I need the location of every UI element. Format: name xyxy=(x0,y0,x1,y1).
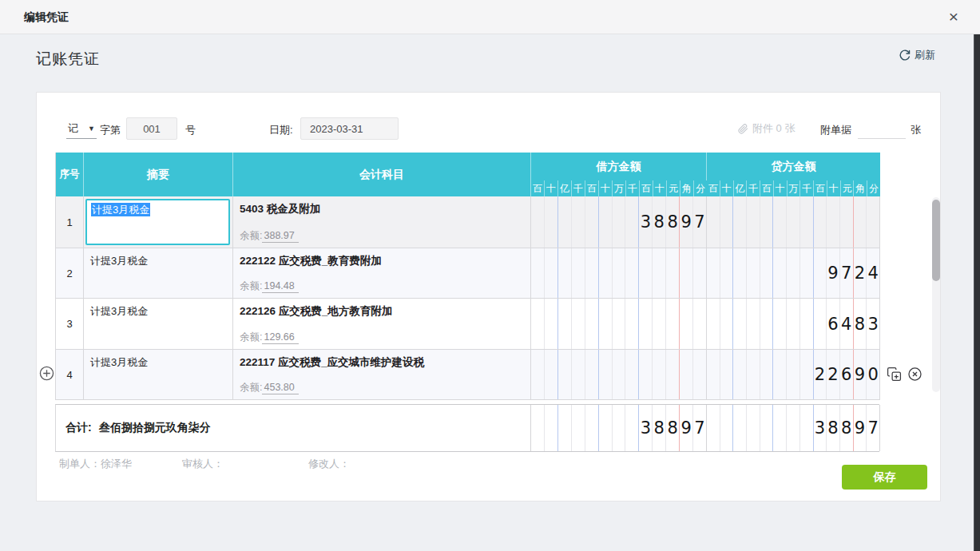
close-icon[interactable]: × xyxy=(943,6,964,27)
account-header: 会计科目 xyxy=(233,153,531,196)
chevron-down-icon: ▼ xyxy=(88,125,95,133)
debit-amount xyxy=(531,350,706,399)
table-row[interactable]: 2 计提3月税金 222122 应交税费_教育费附加 余额:194.48 972… xyxy=(56,248,880,299)
summary-edit-input[interactable]: 计提3月税金 xyxy=(85,199,230,245)
table-header: 序号 摘要 会计科目 借方金额 贷方金额 百十亿千百十万千百十元角分 百十亿千百… xyxy=(56,153,880,196)
date-input[interactable] xyxy=(300,117,399,140)
account-cell[interactable]: 222126 应交税费_地方教育附加 余额:129.66 xyxy=(233,299,531,349)
balance: 余额:388.97 xyxy=(240,229,299,243)
debit-cell[interactable] xyxy=(531,248,707,298)
table-scrollbar-thumb[interactable] xyxy=(932,200,940,281)
zhang-label: 张 xyxy=(911,123,921,137)
refresh-icon xyxy=(899,50,911,61)
total-credit-cell: 38897 xyxy=(707,405,880,451)
summary-cell[interactable]: 计提3月税金 xyxy=(84,196,233,248)
debit-cell[interactable] xyxy=(531,350,707,399)
zidi-label: 字第 xyxy=(100,123,121,137)
fudanju-input[interactable] xyxy=(858,121,906,139)
account-name: 222117 应交税费_应交城市维护建设税 xyxy=(233,350,530,370)
debit-cell[interactable]: 38897 xyxy=(531,196,707,248)
attachment-label: 附件 0 张 xyxy=(752,121,795,136)
debit-digit-scale: 百十亿千百十万千百十元角分 xyxy=(531,180,707,196)
dialog-title: 编辑凭证 xyxy=(24,0,69,34)
row-seq: 1 xyxy=(56,196,84,248)
credit-header: 贷方金额 xyxy=(707,153,880,180)
copy-row-icon[interactable] xyxy=(887,367,902,385)
credit-cell[interactable] xyxy=(707,196,880,248)
refresh-label: 刷新 xyxy=(915,48,935,62)
total-row: 合计: 叁佰捌拾捌元玖角柒分 38897 38897 xyxy=(55,404,879,452)
credit-digit-scale: 百十亿千百十万千百十元角分 xyxy=(707,180,880,196)
auditor-field: 审核人： xyxy=(182,457,224,471)
account-cell[interactable]: 5403 税金及附加 余额:388.97 xyxy=(233,196,531,248)
summary-cell[interactable]: 计提3月税金 xyxy=(84,248,233,298)
date-label: 日期: xyxy=(269,123,293,137)
total-debit-cell: 38897 xyxy=(531,405,707,451)
debit-header: 借方金额 xyxy=(531,153,707,180)
paperclip-icon xyxy=(738,124,748,134)
debit-cell[interactable] xyxy=(531,299,707,349)
account-name: 222126 应交税费_地方教育附加 xyxy=(233,299,530,319)
hao-label: 号 xyxy=(185,123,196,137)
table-row[interactable]: 3 计提3月税金 222126 应交税费_地方教育附加 余额:129.66 64… xyxy=(56,299,880,350)
voucher-form-row: 记 ▼ 字第 号 日期: 附件 0 张 附单据 张 xyxy=(37,93,940,141)
summary-header: 摘要 xyxy=(84,153,233,196)
credit-amount xyxy=(707,196,879,248)
credit-cell[interactable]: 9724 xyxy=(707,248,880,298)
credit-cell[interactable]: 6483 xyxy=(707,299,880,349)
account-cell[interactable]: 222117 应交税费_应交城市维护建设税 余额:453.80 xyxy=(233,350,531,399)
fudanju-label: 附单据 xyxy=(820,123,851,137)
balance-value: 194.48 xyxy=(262,280,298,293)
total-prefix: 合计: xyxy=(65,421,92,435)
debit-amount xyxy=(531,299,706,349)
total-words: 叁佰捌拾捌元玖角柒分 xyxy=(99,421,211,435)
maker-field: 制单人：徐泽华 xyxy=(59,457,132,471)
table-row[interactable]: 1 计提3月税金 5403 税金及附加 余额:388.97 38897 xyxy=(56,196,880,248)
save-button[interactable]: 保存 xyxy=(842,465,927,490)
voucher-number-input[interactable] xyxy=(126,117,177,140)
row-seq: 3 xyxy=(56,299,84,349)
voucher-type-value: 记 xyxy=(68,121,78,136)
total-credit-amount: 38897 xyxy=(707,405,879,451)
summary-cell[interactable]: 计提3月税金 xyxy=(84,299,233,349)
summary-cell[interactable]: 计提3月税金 xyxy=(84,350,233,399)
row-seq: 4 xyxy=(56,350,84,399)
selected-text: 计提3月税金 xyxy=(91,203,150,216)
credit-cell[interactable]: 22690 xyxy=(707,350,880,399)
add-row-icon[interactable] xyxy=(39,366,54,384)
refresh-button[interactable]: 刷新 xyxy=(899,48,935,62)
balance-value: 453.80 xyxy=(262,382,298,394)
total-label: 合计: 叁佰捌拾捌元玖角柒分 xyxy=(56,405,531,451)
balance: 余额:129.66 xyxy=(240,331,299,344)
seq-header: 序号 xyxy=(56,153,84,196)
balance-value: 129.66 xyxy=(262,331,298,344)
balance: 余额:453.80 xyxy=(240,381,299,394)
maker-value: 徐泽华 xyxy=(101,458,132,470)
page-title: 记账凭证 xyxy=(36,49,100,69)
total-debit-amount: 38897 xyxy=(531,405,706,451)
modifier-field: 修改人： xyxy=(308,457,350,471)
debit-amount xyxy=(531,248,706,298)
voucher-type-select[interactable]: 记 ▼ xyxy=(66,118,97,139)
balance: 余额:194.48 xyxy=(240,279,299,293)
account-name: 222122 应交税费_教育费附加 xyxy=(233,248,530,268)
credit-amount: 6483 xyxy=(707,299,879,349)
credit-amount: 9724 xyxy=(707,248,879,298)
delete-row-icon[interactable] xyxy=(907,367,922,385)
edit-voucher-dialog: 编辑凭证 × 记账凭证 刷新 记 ▼ 字第 号 日期: 附件 0 张 附单据 xyxy=(0,0,980,551)
credit-amount: 22690 xyxy=(707,350,879,399)
attachment-button[interactable]: 附件 0 张 xyxy=(738,121,795,136)
debit-amount: 38897 xyxy=(531,196,706,248)
window-edge-strip xyxy=(974,34,980,551)
voucher-card: 记 ▼ 字第 号 日期: 附件 0 张 附单据 张 序号 摘要 会计科目 借方金… xyxy=(36,92,941,501)
voucher-table: 序号 摘要 会计科目 借方金额 贷方金额 百十亿千百十万千百十元角分 百十亿千百… xyxy=(55,153,879,400)
table-scrollbar-track[interactable] xyxy=(932,197,940,392)
account-name: 5403 税金及附加 xyxy=(233,196,530,216)
table-row[interactable]: 4 计提3月税金 222117 应交税费_应交城市维护建设税 余额:453.80… xyxy=(56,350,880,400)
balance-value: 388.97 xyxy=(262,230,298,243)
dialog-titlebar: 编辑凭证 × xyxy=(0,0,980,34)
row-seq: 2 xyxy=(56,248,84,298)
account-cell[interactable]: 222122 应交税费_教育费附加 余额:194.48 xyxy=(233,248,531,298)
